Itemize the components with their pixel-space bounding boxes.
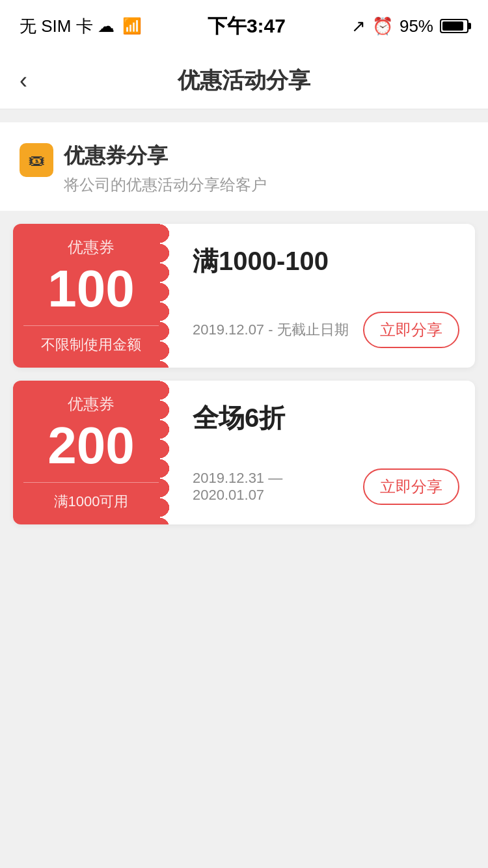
- share-button-2[interactable]: 立即分享: [363, 468, 459, 505]
- wifi-icon: 📶: [122, 17, 142, 35]
- section-title: 优惠券分享: [64, 142, 267, 170]
- coupon-card-2: 优惠券 200 满1000可用 全场6折 2019.12.31 — 2020.0…: [13, 381, 475, 524]
- coupon-card-1: 优惠券 100 不限制使用金额 满1000-100 2019.12.07 - 无…: [13, 224, 475, 368]
- status-time: 下午3:47: [208, 13, 286, 40]
- coupon-left-1: 优惠券 100 不限制使用金额: [13, 224, 169, 368]
- coupon-section-icon: 🎟: [20, 143, 53, 177]
- coupon-left-2: 优惠券 200 满1000可用: [13, 381, 169, 524]
- section-header: 🎟 优惠券分享 将公司的优惠活动分享给客户: [0, 122, 488, 211]
- coupon-name-2: 全场6折: [193, 400, 459, 436]
- section-text: 优惠券分享 将公司的优惠活动分享给客户: [64, 142, 267, 195]
- coupon-bottom-1: 2019.12.07 - 无截止日期 立即分享: [193, 312, 459, 348]
- coupon-label-2: 优惠券: [68, 394, 115, 414]
- coupon-bottom-2: 2019.12.31 — 2020.01.07 立即分享: [193, 468, 459, 505]
- status-right: ↗ ⏰ 95%: [351, 16, 468, 36]
- coupon-right-2: 全场6折 2019.12.31 — 2020.01.07 立即分享: [169, 381, 475, 524]
- coupon-list: 优惠券 100 不限制使用金额 满1000-100 2019.12.07 - 无…: [0, 211, 488, 524]
- coupon-divider-2: [23, 482, 159, 483]
- share-button-1[interactable]: 立即分享: [363, 312, 459, 348]
- coupon-amount-1: 100: [47, 263, 134, 315]
- battery-icon: [440, 19, 468, 33]
- coupon-date-1: 2019.12.07 - 无截止日期: [193, 320, 355, 340]
- battery-fill: [442, 21, 463, 31]
- status-left: 无 SIM 卡 ☁ 📶: [20, 15, 142, 38]
- alarm-icon: ⏰: [372, 16, 393, 36]
- coupon-divider-1: [23, 325, 159, 326]
- coupon-condition-1: 不限制使用金额: [41, 335, 141, 355]
- page-title: 优惠活动分享: [178, 66, 310, 96]
- status-bar: 无 SIM 卡 ☁ 📶 下午3:47 ↗ ⏰ 95%: [0, 0, 488, 52]
- coupon-date-2: 2019.12.31 — 2020.01.07: [193, 470, 355, 504]
- coupon-condition-2: 满1000可用: [54, 492, 129, 511]
- battery-percent: 95%: [400, 16, 433, 36]
- section-subtitle: 将公司的优惠活动分享给客户: [64, 174, 267, 195]
- coupon-label-1: 优惠券: [68, 237, 115, 258]
- no-sim-label: 无 SIM 卡 ☁: [20, 15, 115, 38]
- coupon-name-1: 满1000-100: [193, 243, 459, 279]
- back-button[interactable]: ‹: [20, 67, 27, 94]
- nav-bar: ‹ 优惠活动分享: [0, 52, 488, 109]
- empty-area: [0, 524, 488, 850]
- location-icon: ↗: [351, 16, 366, 36]
- coupon-amount-2: 200: [47, 420, 134, 472]
- coupon-right-1: 满1000-100 2019.12.07 - 无截止日期 立即分享: [169, 224, 475, 368]
